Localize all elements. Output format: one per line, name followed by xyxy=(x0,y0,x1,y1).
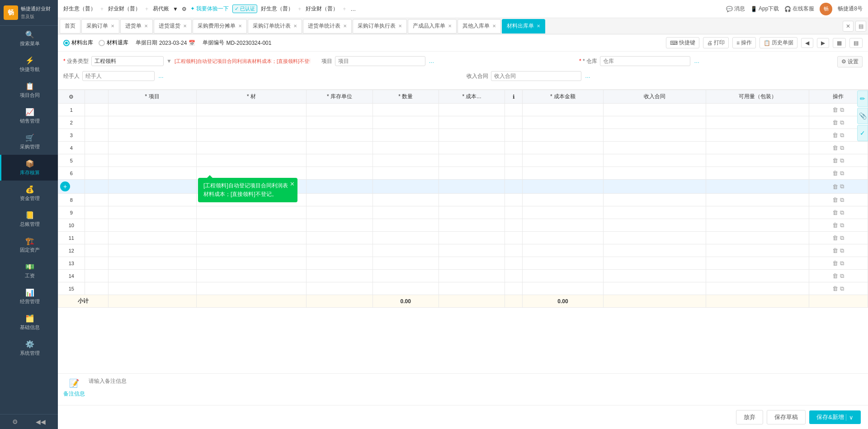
tab-close-icon[interactable]: ✕ xyxy=(293,24,297,29)
copy-row-btn[interactable]: ⧉ xyxy=(840,170,844,177)
app-download-btn[interactable]: 📱 App下载 xyxy=(750,5,779,13)
business-type-input[interactable] xyxy=(91,56,164,66)
copy-row-btn[interactable]: ⧉ xyxy=(840,183,844,190)
income-contract-cell[interactable] xyxy=(603,104,706,116)
tab-purchase-fee[interactable]: 采购费用分摊单 ✕ xyxy=(193,19,247,33)
tab-other-receipt[interactable]: 其他入库单 ✕ xyxy=(458,19,501,33)
warehouse-ellipsis-btn[interactable]: … xyxy=(694,58,699,64)
tab-purchase-exec[interactable]: 采购订单执行表 ✕ xyxy=(353,19,407,33)
tab-close-icon[interactable]: ✕ xyxy=(111,24,114,29)
tab-close-icon[interactable]: ✕ xyxy=(343,24,347,29)
sidebar-item-sales[interactable]: 📈 销售管理 xyxy=(0,103,58,129)
tab-close-icon[interactable]: ✕ xyxy=(448,24,452,29)
tab-close-icon[interactable]: ✕ xyxy=(238,24,242,29)
right-panel-clip-btn[interactable]: 📎 xyxy=(857,108,868,124)
sidebar-item-payroll[interactable]: 💵 工资 xyxy=(0,258,58,284)
sidebar-item-ledger[interactable]: 📒 总账管理 xyxy=(0,206,58,232)
calendar-icon[interactable]: 📅 xyxy=(189,40,195,46)
copy-row-btn[interactable]: ⧉ xyxy=(840,285,844,292)
project-ellipsis-btn[interactable]: … xyxy=(429,58,434,64)
sidebar-collapse-btn[interactable]: ◀◀ xyxy=(36,418,46,425)
copy-row-btn[interactable]: ⧉ xyxy=(840,132,844,139)
cost-cell[interactable] xyxy=(439,104,505,116)
topbar-more-btn[interactable]: … xyxy=(350,6,356,12)
tab-goods-return[interactable]: 进货退货 ✕ xyxy=(154,19,192,33)
right-panel-check-btn[interactable]: ✓ xyxy=(857,125,868,141)
delete-row-btn[interactable]: 🗑 xyxy=(832,119,838,126)
tab-goods-stats[interactable]: 进货单统计表 ✕ xyxy=(303,19,352,33)
tab-goods-receipt[interactable]: 进货单 ✕ xyxy=(120,19,153,33)
topbar-experience-btn[interactable]: ✦ 我要体验一下 xyxy=(190,5,229,13)
sidebar-item-inventory[interactable]: 📦 库存核算 xyxy=(0,155,58,181)
delete-row-btn[interactable]: 🗑 xyxy=(832,132,838,138)
sidebar-settings-btn[interactable]: ⚙ xyxy=(12,418,18,425)
material-cell[interactable] xyxy=(196,104,307,116)
shortcut-btn[interactable]: ⌨ 快捷键 xyxy=(666,37,699,48)
tab-close-all-btn[interactable]: ✕ xyxy=(843,21,854,32)
view-grid-btn[interactable]: ▦ xyxy=(833,38,846,48)
save-new-dropdown-icon[interactable]: ∨ xyxy=(846,414,854,421)
history-btn[interactable]: 📋 历史单据 xyxy=(760,37,797,48)
income-contract-ellipsis-btn[interactable]: … xyxy=(585,73,590,79)
delete-row-btn[interactable]: 🗑 xyxy=(832,222,838,229)
delete-row-btn[interactable]: 🗑 xyxy=(832,144,838,151)
topbar-settings-icon[interactable]: ⚙ xyxy=(182,6,187,12)
sidebar-item-shortcut[interactable]: ⚡ 快捷导航 xyxy=(0,52,58,77)
sidebar-item-system[interactable]: ⚙️ 系统管理 xyxy=(0,335,58,361)
tab-purchase-stats[interactable]: 采购订单统计表 ✕ xyxy=(248,19,302,33)
tab-menu-btn[interactable]: ▤ xyxy=(855,21,866,32)
topbar-dropdown-btn[interactable]: ▼ xyxy=(173,6,178,12)
radio-material-out[interactable]: 材料出库 xyxy=(63,39,93,47)
topbar-link-good2[interactable]: 好生意（普） xyxy=(261,5,293,13)
delete-row-btn[interactable]: 🗑 xyxy=(832,157,838,164)
print-btn[interactable]: 🖨 打印 xyxy=(703,37,729,48)
topbar-link-agent[interactable]: 易代账 xyxy=(153,5,169,13)
tab-close-icon[interactable]: ✕ xyxy=(537,24,540,29)
copy-row-btn[interactable]: ⧉ xyxy=(840,157,844,164)
copy-row-btn[interactable]: ⧉ xyxy=(840,209,844,216)
topbar-link-good[interactable]: 好生意（普） xyxy=(63,5,96,13)
delete-row-btn[interactable]: 🗑 xyxy=(832,106,838,113)
tab-material-out[interactable]: 材料出库单 ✕ xyxy=(502,19,545,33)
view-list-btn[interactable]: ▤ xyxy=(849,38,863,48)
sidebar-item-search[interactable]: 🔍 搜索菜单 xyxy=(0,26,58,52)
cost-amount-cell[interactable] xyxy=(523,104,604,116)
user-avatar[interactable]: 畅 xyxy=(820,3,832,15)
sidebar-item-ops[interactable]: 📊 经营管理 xyxy=(0,284,58,310)
sidebar-item-project[interactable]: 📋 项目合同 xyxy=(0,77,58,103)
radio-material-return[interactable]: 材料退库 xyxy=(99,39,128,47)
th-cost-info[interactable]: ℹ xyxy=(505,90,523,104)
income-contract-input[interactable] xyxy=(491,71,581,81)
delete-row-btn[interactable]: 🗑 xyxy=(832,285,838,292)
right-panel-edit-btn[interactable]: ✏ xyxy=(857,91,868,107)
copy-row-btn[interactable]: ⧉ xyxy=(840,144,844,152)
tab-home[interactable]: 首页 xyxy=(60,19,80,33)
copy-row-btn[interactable]: ⧉ xyxy=(840,260,844,267)
th-settings[interactable]: ⚙ xyxy=(58,90,85,104)
tab-purchase-order[interactable]: 采购订单 ✕ xyxy=(81,19,119,33)
topbar-link-finance2[interactable]: 好业财（普） xyxy=(306,5,338,13)
delete-row-btn[interactable]: 🗑 xyxy=(832,183,838,190)
notes-input[interactable] xyxy=(89,377,863,400)
delete-row-btn[interactable]: 🗑 xyxy=(832,170,838,176)
save-new-btn[interactable]: 保存&新增 ∨ xyxy=(809,410,861,424)
copy-row-btn[interactable]: ⧉ xyxy=(840,234,844,242)
project-cell[interactable] xyxy=(108,104,196,116)
copy-row-btn[interactable]: ⧉ xyxy=(840,272,844,280)
copy-row-btn[interactable]: ⧉ xyxy=(840,247,844,254)
sidebar-item-purchase[interactable]: 🛒 采购管理 xyxy=(0,129,58,155)
delete-row-btn[interactable]: 🗑 xyxy=(832,196,838,203)
delete-row-btn[interactable]: 🗑 xyxy=(832,272,838,279)
copy-row-btn[interactable]: ⧉ xyxy=(840,106,844,114)
tab-close-icon[interactable]: ✕ xyxy=(183,24,187,29)
tab-close-icon[interactable]: ✕ xyxy=(144,24,148,29)
tab-close-icon[interactable]: ✕ xyxy=(398,24,402,29)
settings-btn[interactable]: ⚙ 设置 xyxy=(837,56,863,67)
sidebar-item-finance[interactable]: 💰 资金管理 xyxy=(0,181,58,206)
handler-input[interactable] xyxy=(82,71,155,81)
add-row-btn[interactable]: + xyxy=(60,181,70,191)
copy-row-btn[interactable]: ⧉ xyxy=(840,119,844,126)
discard-btn[interactable]: 放弃 xyxy=(736,410,763,424)
prev-record-btn[interactable]: ◀ xyxy=(801,38,813,48)
copy-row-btn[interactable]: ⧉ xyxy=(840,222,844,229)
